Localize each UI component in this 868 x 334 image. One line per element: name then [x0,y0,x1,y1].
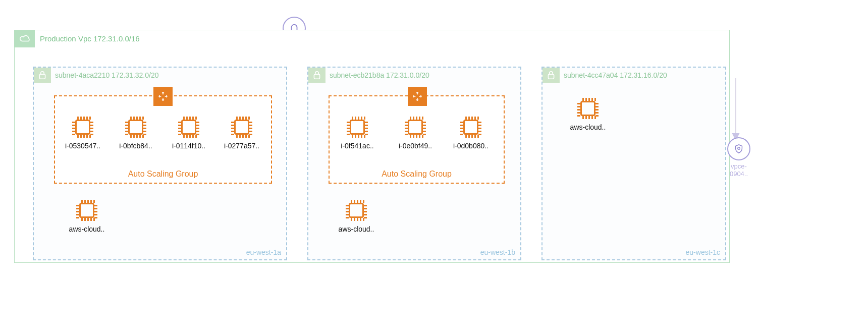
instance-label: i-0f541ac.. [335,142,380,150]
ec2-icon [405,117,426,138]
instance-label: i-0e0bf49.. [393,142,438,150]
ec2-icon [347,117,368,138]
instance-label: i-0530547.. [60,142,105,150]
instance-node[interactable]: i-0bfcb84.. [113,117,158,150]
instance-node[interactable]: i-0277a57.. [219,117,264,150]
vpc-endpoint-node[interactable]: vpce-0904.. [724,137,754,178]
shield-icon [727,137,750,160]
vpc-title: Production Vpc 172.31.0.0/16 [40,34,140,43]
ec2-icon [72,117,93,138]
instance-label: aws-cloud.. [64,225,110,233]
subnet-a[interactable]: subnet-4aca2210 172.31.32.0/20 eu-west-1… [33,67,287,260]
instance-label: aws-cloud.. [334,225,379,233]
vpc-container[interactable]: Production Vpc 172.31.0.0/16 subnet-4aca… [14,30,730,263]
svg-point-17 [738,147,740,150]
cloud-icon [15,30,35,47]
instance-node[interactable]: aws-cloud.. [334,200,379,233]
ec2-icon [125,117,146,138]
diagram-canvas[interactable]: igw-39bec3.. Router Production Vpc 172.3… [0,0,868,334]
asg-icon [153,87,173,106]
instance-label: i-0bfcb84.. [113,142,158,150]
subnet-c-title: subnet-4cc47a04 172.31.16.0/20 [564,71,667,79]
subnet-b-az: eu-west-1b [480,248,515,256]
lock-icon [542,68,560,83]
lock-icon [34,68,51,83]
subnet-b[interactable]: subnet-ecb21b8a 172.31.0.0/20 eu-west-1b… [307,67,521,260]
instance-label: aws-cloud.. [565,123,611,131]
instance-node[interactable]: aws-cloud.. [64,200,110,233]
subnet-c[interactable]: subnet-4cc47a04 172.31.16.0/20 eu-west-1… [541,67,726,260]
ec2-icon [577,98,599,119]
asg-b-label: Auto Scaling Group [330,170,504,179]
subnet-a-az: eu-west-1a [246,248,281,256]
instance-label: i-0114f10.. [166,142,211,150]
subnet-c-az: eu-west-1c [686,248,720,256]
ec2-icon [178,117,199,138]
svg-rect-15 [314,74,319,79]
instance-label: i-0277a57.. [219,142,264,150]
instance-label: i-0d0b080.. [448,142,494,150]
ec2-icon [76,200,97,221]
svg-rect-16 [548,74,554,79]
instance-node[interactable]: i-0530547.. [60,117,105,150]
subnet-a-title: subnet-4aca2210 172.31.32.0/20 [55,71,159,79]
svg-rect-14 [39,74,45,79]
ec2-icon [231,117,252,138]
instance-node[interactable]: i-0f541ac.. [335,117,380,150]
vpce-label: vpce-0904.. [724,162,754,178]
instance-node[interactable]: aws-cloud.. [565,98,611,131]
ec2-icon [460,117,481,138]
asg-b[interactable]: Auto Scaling Group i-0f541ac.. i-0e0bf49… [329,95,505,184]
asg-icon [408,87,427,106]
lock-icon [308,68,326,83]
asg-a[interactable]: Auto Scaling Group i-0530547.. i-0bfcb84… [54,95,272,184]
instance-node[interactable]: i-0d0b080.. [448,117,494,150]
subnet-b-title: subnet-ecb21b8a 172.31.0.0/20 [330,71,429,79]
ec2-icon [346,200,367,221]
instance-node[interactable]: i-0114f10.. [166,117,211,150]
instance-node[interactable]: i-0e0bf49.. [393,117,438,150]
asg-a-label: Auto Scaling Group [55,170,271,179]
